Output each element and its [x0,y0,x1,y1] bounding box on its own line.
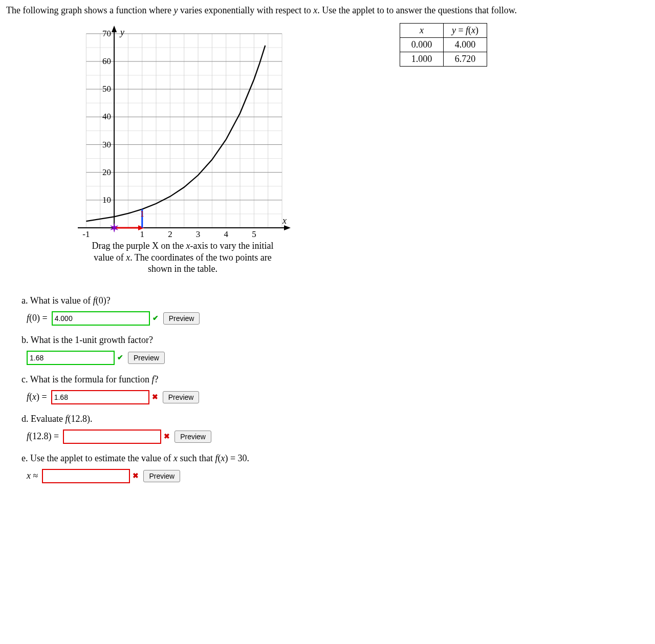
value-table: x y = f(x) 0.000 4.000 1.000 6.720 [400,23,487,67]
answer-e-prefix: x ≈ [27,470,38,481]
svg-text:20: 20 [102,167,111,177]
svg-text:10: 10 [102,195,111,205]
intro-seg2: varies exponentially with respect to [178,5,313,15]
check-icon: ✔ [152,314,159,323]
table-cell: 0.000 [400,38,444,52]
table-cell: 1.000 [400,52,444,67]
answer-b-input[interactable] [27,351,115,365]
table-cell: 6.720 [444,52,487,67]
answer-a-input[interactable] [52,311,150,326]
svg-text:x: x [282,216,287,226]
table-cell: 4.000 [444,38,487,52]
svg-text:1: 1 [140,209,144,218]
preview-button[interactable]: Preview [163,391,200,403]
svg-marker-33 [284,225,291,230]
svg-text:1: 1 [140,229,144,238]
cross-icon: ✖ [132,471,139,480]
question-d-label: d. Evaluate f(12.8). [21,414,649,424]
check-icon: ✔ [117,353,124,362]
intro-seg3: . Use the applet to to answer the questi… [317,5,517,15]
svg-text:✶: ✶ [110,222,119,234]
table-header-y: y = f(x) [444,24,487,38]
preview-button[interactable]: Preview [163,312,200,325]
question-e-label: e. Use the applet to estimate the value … [21,453,649,464]
table-header-x: x [420,25,424,35]
svg-text:5: 5 [252,229,256,238]
applet[interactable]: y x -112345 10203040506070 ✶ 1 [68,23,323,275]
svg-text:4: 4 [224,229,228,238]
purple-x-marker[interactable]: ✶ [110,222,119,234]
preview-button[interactable]: Preview [128,352,165,364]
svg-text:40: 40 [102,112,111,121]
intro-seg1: The following graph shows a function whe… [6,5,173,15]
exponential-chart[interactable]: y x -112345 10203040506070 ✶ 1 [68,23,298,238]
answer-e-input[interactable] [42,469,130,483]
answer-a-prefix: f(0) = [27,313,48,324]
preview-button[interactable]: Preview [143,470,180,482]
svg-text:3: 3 [196,229,201,238]
applet-caption: Drag the purple X on the x-axis to vary … [68,240,298,275]
cross-icon: ✖ [163,432,170,441]
svg-text:60: 60 [102,56,111,66]
question-b-label: b. What is the 1-unit growth factor? [21,335,649,346]
preview-button[interactable]: Preview [174,431,211,443]
question-c-label: c. What is the formula for function f? [21,374,649,385]
question-a-label: a. What is value of f(0)? [21,295,649,306]
svg-text:y: y [119,27,124,37]
svg-text:2: 2 [168,229,172,238]
svg-text:-1: -1 [82,229,90,238]
cross-icon: ✖ [151,393,159,401]
svg-text:30: 30 [102,140,111,149]
svg-text:70: 70 [102,29,111,38]
intro-text: The following graph shows a function whe… [6,5,649,16]
answer-c-prefix: f(x) = [27,392,47,402]
answer-d-prefix: f(12.8) = [27,431,59,442]
svg-marker-31 [112,26,117,32]
answer-d-input[interactable] [63,430,161,444]
svg-text:50: 50 [102,84,111,94]
answer-c-input[interactable] [51,390,149,404]
